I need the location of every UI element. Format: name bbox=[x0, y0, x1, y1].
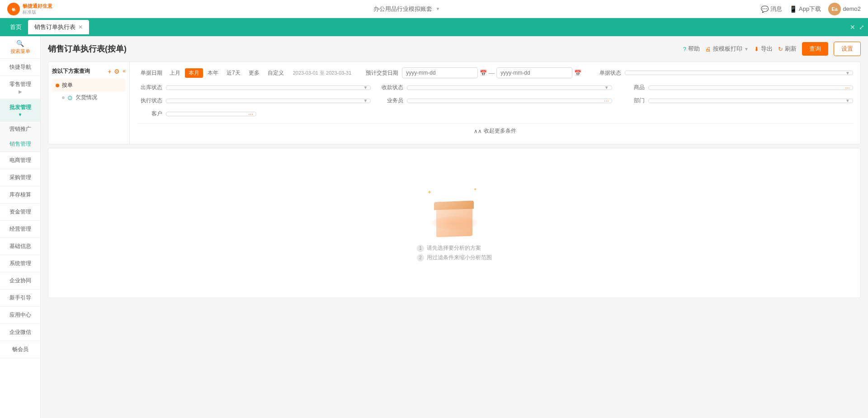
tab-bar: 首页 销售订单执行表 ✕ ✕ ⤢ bbox=[0, 18, 868, 36]
exec-status-select[interactable]: ▼ bbox=[166, 99, 371, 103]
chevron-down-icon: ▼ bbox=[845, 71, 850, 76]
goods-select[interactable]: ··· bbox=[648, 86, 853, 90]
chevron-up-icon: ∧∧ bbox=[474, 128, 482, 134]
content-body: ✦ ✦ 1 请先选择要分析的方案 2 用过滤条件来缩小分析范围 bbox=[48, 148, 861, 298]
chevron-down-icon: ▼ bbox=[604, 85, 609, 90]
ellipsis-btn[interactable]: ··· bbox=[248, 110, 253, 117]
sidebar-item-inventory[interactable]: 库存核算 bbox=[0, 186, 40, 204]
empty-hint-2: 2 用过滤条件来缩小分析范围 bbox=[417, 254, 492, 261]
sidebar-item-ecommerce[interactable]: 电商管理 bbox=[0, 152, 40, 169]
settings-btn[interactable]: 设置 bbox=[834, 42, 861, 56]
add-scheme-icon[interactable]: + bbox=[108, 68, 111, 75]
date-tab-this-month[interactable]: 本月 bbox=[185, 68, 203, 78]
sidebar-item-finance[interactable]: 资金管理 bbox=[0, 204, 40, 221]
sidebar-item-wholesale[interactable]: 批发管理 ▼ bbox=[0, 99, 40, 122]
sidebar-item-operation[interactable]: 经营管理 bbox=[0, 221, 40, 238]
collapse-bar[interactable]: ∧∧ 收起更多条件 bbox=[137, 123, 853, 138]
ellipsis-btn[interactable]: ··· bbox=[845, 84, 850, 91]
chevron-right-icon: ▶ bbox=[19, 89, 22, 94]
sidebar-item-member[interactable]: 畅会员 bbox=[0, 341, 40, 358]
filter-panel: 按以下方案查询 + ⚙ « 按单 ⊙ 欠货情况 bbox=[48, 62, 861, 144]
salesperson-select[interactable]: ··· bbox=[407, 99, 612, 103]
print-icon: 🖨 bbox=[705, 46, 711, 52]
scheme-by-order[interactable]: 按单 bbox=[52, 79, 126, 92]
expected-date-label: 预计交货日期 bbox=[366, 69, 398, 77]
sidebar-item-sales[interactable]: 销售管理 bbox=[0, 137, 40, 152]
top-bar-left: 畅 畅捷通好生意 标准版 bbox=[7, 3, 52, 15]
payment-status-label: 收款状态 bbox=[378, 84, 403, 91]
expected-date-from[interactable] bbox=[402, 67, 478, 78]
department-group: 部门 ▼ bbox=[619, 97, 853, 104]
user-avatar-area[interactable]: Ea demo2 bbox=[828, 3, 861, 15]
refresh-icon: ↻ bbox=[778, 46, 783, 52]
sidebar-item-purchase[interactable]: 采购管理 bbox=[0, 169, 40, 186]
refresh-btn[interactable]: ↻ 刷新 bbox=[778, 45, 797, 53]
chevron-down-icon: ▼ bbox=[744, 47, 749, 52]
customer-label: 客户 bbox=[137, 110, 162, 118]
date-filter-group: 单据日期 上月 本月 本年 近7天 更多 自定义 2023-03-01 至 20… bbox=[137, 68, 351, 78]
sidebar-item-basic[interactable]: 基础信息 bbox=[0, 238, 40, 255]
filter-row-2: 出库状态 ▼ 收款状态 ▼ bbox=[137, 84, 853, 91]
close-window-icon[interactable]: ✕ bbox=[850, 24, 855, 31]
export-icon: ⬇ bbox=[754, 46, 759, 52]
sidebar-item-retail[interactable]: 零售管理 ▶ bbox=[0, 76, 40, 99]
department-label: 部门 bbox=[619, 97, 645, 104]
user-name: demo2 bbox=[843, 5, 861, 12]
sidebar-item-system[interactable]: 系统管理 bbox=[0, 255, 40, 272]
order-status-select[interactable]: ▼ bbox=[625, 71, 853, 75]
date-tab-this-year[interactable]: 本年 bbox=[204, 68, 222, 78]
app-selector-label[interactable]: 办公用品行业模拟账套 bbox=[373, 5, 432, 13]
sparkle-1: ✦ bbox=[427, 189, 432, 195]
template-print-btn[interactable]: 🖨 按模板打印 ▼ bbox=[705, 45, 749, 53]
payment-status-select[interactable]: ▼ bbox=[407, 86, 612, 90]
sidebar-quick-nav[interactable]: 快捷导航 bbox=[0, 59, 40, 76]
sidebar-item-newbie[interactable]: 新手引导 bbox=[0, 290, 40, 307]
chevron-down-icon: ▼ bbox=[363, 98, 368, 103]
date-tab-last-month[interactable]: 上月 bbox=[166, 68, 184, 78]
sidebar-item-appstore[interactable]: 应用中心 bbox=[0, 307, 40, 324]
collapse-scheme-icon[interactable]: « bbox=[123, 68, 126, 75]
exec-status-group: 执行状态 ▼ bbox=[137, 97, 371, 104]
export-btn[interactable]: ⬇ 导出 bbox=[754, 45, 773, 53]
date-tab-custom[interactable]: 自定义 bbox=[264, 68, 288, 78]
ellipsis-btn[interactable]: ··· bbox=[604, 97, 609, 104]
sidebar-search-menu[interactable]: 🔍 搜索菜单 bbox=[0, 36, 40, 59]
payment-status-group: 收款状态 ▼ bbox=[378, 84, 612, 91]
sparkle-2: ✦ bbox=[473, 187, 477, 192]
page-title: 销售订单执行表(按单) bbox=[48, 43, 127, 54]
date-tab-7days[interactable]: 近7天 bbox=[223, 68, 244, 78]
tab-sales-order[interactable]: 销售订单执行表 ✕ bbox=[28, 20, 89, 34]
settings-scheme-icon[interactable]: ⚙ bbox=[114, 68, 120, 75]
calendar-icon-from[interactable]: 📅 bbox=[480, 70, 487, 76]
filter-scheme-header: 按以下方案查询 + ⚙ « bbox=[52, 67, 126, 75]
scheme-debt[interactable]: ⊙ 欠货情况 bbox=[52, 92, 126, 103]
query-btn[interactable]: 查询 bbox=[802, 42, 828, 56]
out-status-select[interactable]: ▼ bbox=[166, 86, 371, 90]
salesperson-label: 业务员 bbox=[378, 97, 403, 104]
sales-order-tab-label: 销售订单执行表 bbox=[34, 23, 75, 31]
calendar-icon-to[interactable]: 📅 bbox=[574, 70, 581, 76]
expand-window-icon[interactable]: ⤢ bbox=[859, 24, 864, 31]
top-bar: 畅 畅捷通好生意 标准版 办公用品行业模拟账套 ▼ 💬 消息 📱 App下载 E… bbox=[0, 0, 868, 18]
order-status-group: 单据状态 ▼ bbox=[596, 69, 853, 77]
tab-close-icon[interactable]: ✕ bbox=[78, 24, 83, 30]
date-tab-more[interactable]: 更多 bbox=[245, 68, 263, 78]
sidebar-item-enterprise[interactable]: 企业协同 bbox=[0, 272, 40, 290]
tab-home[interactable]: 首页 bbox=[4, 20, 28, 34]
empty-state: ✦ ✦ 1 请先选择要分析的方案 2 用过滤条件来缩小分析范围 bbox=[48, 148, 860, 298]
filter-scheme-panel: 按以下方案查询 + ⚙ « 按单 ⊙ 欠货情况 bbox=[48, 62, 130, 144]
sidebar-item-marketing[interactable]: 营销推广 bbox=[0, 122, 40, 137]
customer-select[interactable]: ··· bbox=[166, 112, 256, 116]
home-tab-label: 首页 bbox=[10, 23, 22, 31]
content-area: 销售订单执行表(按单) ? 帮助 🖨 按模板打印 ▼ ⬇ 导出 bbox=[41, 36, 868, 418]
message-btn[interactable]: 💬 消息 bbox=[761, 5, 782, 13]
help-btn[interactable]: ? 帮助 bbox=[683, 45, 700, 53]
app-download-btn[interactable]: 📱 App下载 bbox=[789, 5, 821, 13]
expected-date-group: 预计交货日期 📅 — 📅 bbox=[366, 67, 581, 78]
sidebar-item-wechat[interactable]: 企业微信 bbox=[0, 324, 40, 341]
filter-row-4: 客户 ··· bbox=[137, 110, 853, 118]
expected-date-to[interactable] bbox=[496, 67, 572, 78]
department-select[interactable]: ▼ bbox=[648, 99, 853, 103]
page-content: 销售订单执行表(按单) ? 帮助 🖨 按模板打印 ▼ ⬇ 导出 bbox=[41, 36, 868, 304]
top-bar-right: 💬 消息 📱 App下载 Ea demo2 bbox=[761, 3, 861, 15]
